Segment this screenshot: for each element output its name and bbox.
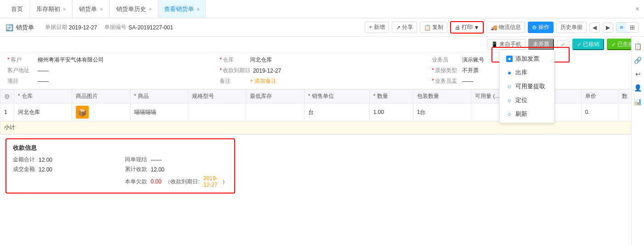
add-invoice-icon: ■: [506, 56, 513, 62]
copy-button[interactable]: 📋 复制: [420, 22, 447, 33]
row-product-img: 📦: [72, 103, 130, 121]
col-qty: * 数量: [369, 90, 413, 103]
next-button[interactable]: ▶: [603, 23, 613, 33]
col-unit: * 销售单位: [304, 90, 369, 103]
doc-header: 🔄 销货单 单据日期 2019-12-27 单据编号 SA-20191227-0…: [0, 18, 644, 37]
tab-inventory[interactable]: 库存期初 ×: [30, 0, 73, 18]
settings-col-header: ⚙: [0, 90, 14, 103]
add-note-button[interactable]: + 添加备注: [250, 77, 277, 85]
same-order-label: 同单现结: [125, 156, 147, 164]
prev-button[interactable]: ◀: [589, 23, 600, 33]
project-label: 项目: [7, 77, 35, 85]
operations-button[interactable]: ⚙ 操作: [528, 22, 554, 33]
locate-icon: ○: [506, 97, 513, 103]
this-order-value: 0.00: [151, 178, 161, 185]
from-phone-button[interactable]: 📱 来自手机: [487, 39, 525, 50]
tab-check-sales[interactable]: 查看销货单 ×: [158, 0, 205, 18]
col-min-stock: 最低库存: [246, 90, 304, 103]
logistics-button[interactable]: 🚚 物流信息: [486, 22, 525, 33]
payment-grid: 金额合计 12.00 同单现结 —— 成交金额 12.00 累计收款 12.00: [13, 156, 228, 188]
outbound-item[interactable]: ● 出库: [500, 66, 554, 80]
col-price: 单价: [581, 90, 618, 103]
effective-icon: ✓: [611, 41, 616, 48]
copy-icon: 📋: [424, 24, 431, 31]
note-label: 备注: [220, 77, 247, 85]
available-qty-item[interactable]: ○ 可用量提取: [500, 80, 554, 93]
window-close-button[interactable]: ×: [635, 5, 639, 13]
locate-item[interactable]: ○ 定位: [500, 93, 554, 107]
tab-check-sales-close[interactable]: ×: [197, 6, 199, 12]
available-qty-label: 可用量提取: [515, 82, 545, 91]
outbound-icon: ●: [506, 69, 513, 76]
row-product: 嗝嗝嗝嗝: [130, 103, 188, 121]
due-date-field: 收款到期日 2019-12-27: [220, 67, 424, 74]
customer-field: 客户 柳州粤港平安气体有限公司: [7, 56, 212, 64]
due-date-label: 收款到期日: [220, 67, 250, 74]
doc-title: 🔄 销货单: [6, 23, 34, 32]
amount-total-row: 金额合计 12.00: [13, 156, 116, 164]
right-sidebar: 📋 🔗 ↩ 👤 📊 ⤢: [631, 37, 644, 245]
col-spec: 规格型号: [188, 90, 246, 103]
cumulative-value: 12.00: [151, 166, 164, 173]
tab-sales-history[interactable]: 销货单历史 ×: [110, 0, 158, 18]
tab-sales-history-close[interactable]: ×: [149, 6, 152, 12]
payment-title: 收款信息: [13, 144, 228, 152]
sidebar-icon-3[interactable]: ↩: [633, 69, 643, 79]
available-qty-icon: ○: [506, 83, 513, 90]
warehouse-label: 仓库: [220, 56, 247, 64]
due-note: （收款到期日:: [165, 178, 199, 186]
sidebar-icon-1[interactable]: 📋: [633, 41, 643, 51]
address-field: 客户地址 ——: [7, 67, 212, 74]
sidebar-icon-4[interactable]: 👤: [633, 83, 643, 93]
outbound-label: 出库: [515, 68, 527, 77]
tab-sales[interactable]: 销货单 ×: [73, 0, 109, 18]
view-list-button[interactable]: ≡: [616, 23, 627, 32]
due-end: ）: [222, 178, 228, 186]
history-button[interactable]: 历史单据: [556, 22, 587, 33]
share-button[interactable]: ↗ 分享: [392, 22, 417, 33]
not-open-ticket-button[interactable]: 未开票: [528, 39, 554, 50]
sidebar-icon-2[interactable]: 🔗: [633, 55, 643, 65]
sold-out-button[interactable]: ✓ 已核销: [572, 39, 604, 50]
main-content: 🔄 销货单 单据日期 2019-12-27 单据编号 SA-20191227-0…: [0, 18, 644, 245]
col-warehouse: * 仓库: [14, 90, 72, 103]
locate-label: 定位: [515, 96, 527, 104]
amount-total-value: 12.00: [39, 157, 52, 163]
row-price: 0.: [581, 103, 618, 121]
table-settings-icon[interactable]: ⚙: [4, 93, 10, 100]
row-unit: 台: [304, 103, 369, 121]
warehouse-field: 仓库 河北仓库: [220, 56, 424, 64]
print-icon: 🖨: [455, 24, 460, 31]
row-qty: 1.00: [369, 103, 413, 121]
refresh-item[interactable]: ○ 刷新: [500, 107, 554, 121]
spacer: [13, 175, 116, 188]
amount-total-label: 金额合计: [13, 156, 35, 164]
row-min-stock: [246, 103, 304, 121]
address-label: 客户地址: [7, 67, 35, 74]
new-button[interactable]: + 新增: [365, 22, 389, 33]
product-thumbnail: 📦: [76, 106, 89, 119]
sidebar-icon-5[interactable]: 📊: [633, 97, 643, 107]
add-invoice-label: 添加发票: [515, 55, 539, 63]
tab-sales-close[interactable]: ×: [100, 6, 102, 12]
transaction-row: 成交金额 12.00: [13, 165, 116, 173]
staff-value: 演示账号: [462, 56, 484, 64]
doc-type-label: 销货单: [16, 23, 34, 32]
customer-value: 柳州粤港平安气体有限公司: [38, 56, 104, 64]
row-spec: [188, 103, 246, 121]
confirm-icon: ✓: [561, 41, 565, 48]
sales-order-icon: 🔄: [6, 24, 13, 31]
print-button[interactable]: 🖨 打印 ▼: [450, 21, 484, 34]
tab-home[interactable]: 首页: [5, 0, 30, 18]
warehouse-value: 河北仓库: [250, 56, 272, 64]
tab-inventory-close[interactable]: ×: [63, 6, 66, 12]
view-grid-button[interactable]: ⊞: [627, 23, 638, 32]
share-icon: ↗: [396, 24, 401, 31]
this-order-label: 本单欠款: [125, 178, 147, 186]
cumulative-label: 累计收款: [125, 165, 147, 173]
phone-icon: 📱: [491, 41, 498, 48]
add-invoice-item[interactable]: ■ 添加发票: [500, 52, 554, 66]
view-toggle: ≡ ⊞: [616, 22, 638, 33]
doc-date-field: 单据日期 2019-12-27: [45, 23, 97, 31]
confirm-button[interactable]: ✓: [557, 40, 570, 49]
